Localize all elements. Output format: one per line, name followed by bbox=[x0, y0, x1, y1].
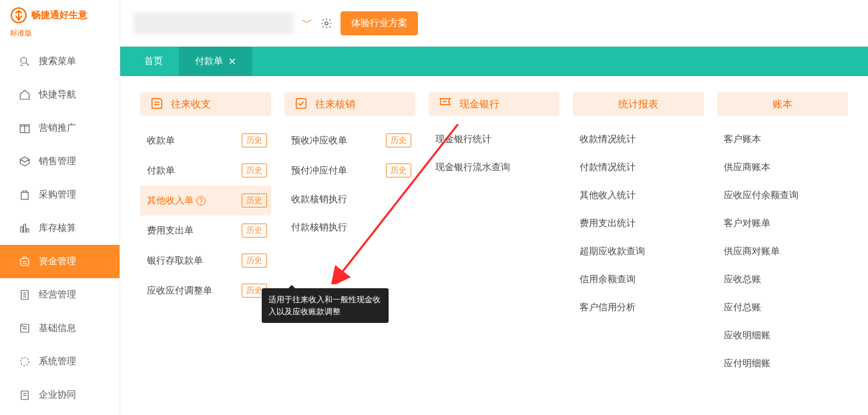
sidebar-item-label: 资金管理 bbox=[39, 256, 76, 268]
sidebar-item-label: 快捷导航 bbox=[39, 89, 76, 101]
col-item-2-1[interactable]: 现金银行流水查询 bbox=[429, 153, 560, 181]
column-icon bbox=[150, 96, 164, 113]
column-header: 账本 bbox=[717, 92, 848, 116]
close-icon[interactable]: ✕ bbox=[228, 57, 236, 66]
sidebar-item-7[interactable]: 经营管理 bbox=[0, 278, 120, 312]
sidebar-item-6[interactable]: 资金管理 bbox=[0, 245, 120, 278]
col-item-1-1[interactable]: 预付冲应付单历史 bbox=[284, 155, 415, 185]
col-item-3-6[interactable]: 客户信用分析 bbox=[573, 294, 704, 322]
sidebar-item-4[interactable]: 采购管理 bbox=[0, 178, 120, 212]
col-item-0-4[interactable]: 银行存取款单历史 bbox=[140, 246, 271, 276]
col-item-label: 其他收入统计 bbox=[580, 189, 636, 201]
col-item-1-2[interactable]: 收款核销执行 bbox=[284, 185, 415, 214]
col-item-4-8[interactable]: 应付明细账 bbox=[717, 350, 848, 378]
col-item-label: 应收应付余额查询 bbox=[724, 189, 799, 201]
col-item-3-3[interactable]: 费用支出统计 bbox=[573, 210, 704, 238]
col-item-label: 供应商对账单 bbox=[724, 246, 780, 258]
svg-rect-5 bbox=[21, 192, 29, 199]
sidebar-item-5[interactable]: 库存核算 bbox=[0, 212, 120, 245]
col-item-label: 付款单 bbox=[147, 165, 175, 177]
sidebar-item-9[interactable]: 系统管理 bbox=[0, 345, 120, 378]
history-tag[interactable]: 历史 bbox=[242, 163, 267, 177]
tab-label: 付款单 bbox=[195, 55, 223, 67]
col-item-3-2[interactable]: 其他收入统计 bbox=[573, 181, 704, 210]
col-item-4-7[interactable]: 应收明细账 bbox=[717, 322, 848, 350]
col-item-1-3[interactable]: 付款核销执行 bbox=[284, 214, 415, 242]
col-item-label: 费用支出单 bbox=[147, 225, 194, 237]
col-item-2-0[interactable]: 现金银行统计 bbox=[429, 125, 560, 153]
tab-label: 首页 bbox=[144, 55, 163, 67]
column-title: 往来核销 bbox=[315, 98, 355, 111]
col-item-label: 应付总账 bbox=[724, 302, 761, 314]
col-item-label: 费用支出统计 bbox=[580, 218, 636, 230]
col-item-4-3[interactable]: 客户对账单 bbox=[717, 210, 848, 238]
help-icon[interactable]: ? bbox=[196, 196, 206, 205]
logo-text: 畅捷通好生意 bbox=[31, 9, 87, 21]
col-item-3-5[interactable]: 信用余额查询 bbox=[573, 266, 704, 294]
column-title: 账本 bbox=[773, 98, 793, 111]
history-tag[interactable]: 历史 bbox=[242, 254, 267, 268]
column-1: 往来核销预收冲应收单历史预付冲应付单历史收款核销执行付款核销执行 bbox=[284, 92, 415, 399]
history-tag[interactable]: 历史 bbox=[242, 224, 267, 238]
history-tag[interactable]: 历史 bbox=[242, 193, 267, 208]
sidebar-icon-3 bbox=[19, 155, 31, 167]
gear-icon[interactable] bbox=[320, 17, 333, 29]
svg-point-14 bbox=[22, 326, 23, 326]
sidebar-item-label: 采购管理 bbox=[39, 189, 76, 201]
chevron-down-icon[interactable]: ﹀ bbox=[302, 16, 312, 30]
column-items: 预收冲应收单历史预付冲应付单历史收款核销执行付款核销执行 bbox=[284, 125, 415, 242]
column-items: 收款单历史付款单历史其他收入单?历史费用支出单历史银行存取款单历史应收应付调整单… bbox=[140, 125, 271, 306]
history-tag[interactable]: 历史 bbox=[386, 133, 411, 147]
col-item-0-5[interactable]: 应收应付调整单历史 bbox=[140, 276, 271, 306]
col-item-label: 银行存取款单 bbox=[147, 255, 203, 267]
sidebar-item-label: 经营管理 bbox=[39, 289, 76, 301]
col-item-0-2[interactable]: 其他收入单?历史 bbox=[140, 185, 271, 216]
sidebar-icon-8 bbox=[19, 322, 31, 334]
col-item-0-1[interactable]: 付款单历史 bbox=[140, 155, 271, 185]
col-item-label: 应付明细账 bbox=[724, 358, 771, 370]
col-item-3-4[interactable]: 超期应收款查询 bbox=[573, 238, 704, 266]
col-item-0-0[interactable]: 收款单历史 bbox=[140, 125, 271, 155]
column-header: 往来核销 bbox=[284, 92, 415, 116]
tab-0[interactable]: 首页 bbox=[128, 47, 179, 76]
main: ﹀ 体验行业方案 首页付款单✕ 适用于往来收入和一般性现金收入以及应收账款调整 … bbox=[120, 0, 868, 415]
column-header: 统计报表 bbox=[573, 92, 704, 116]
content-area: 适用于往来收入和一般性现金收入以及应收账款调整 往来收支收款单历史付款单历史其他… bbox=[120, 76, 868, 415]
tabbar: 首页付款单✕ bbox=[120, 47, 868, 76]
sidebar-icon-0 bbox=[19, 55, 31, 67]
sidebar-item-10[interactable]: 企业协同 bbox=[0, 378, 120, 412]
svg-point-1 bbox=[21, 57, 27, 63]
column-title: 统计报表 bbox=[618, 98, 658, 111]
sidebar-item-0[interactable]: 搜索菜单 bbox=[0, 45, 120, 78]
col-item-4-5[interactable]: 应收总账 bbox=[717, 266, 848, 294]
account-name-blur bbox=[134, 13, 294, 34]
experience-plan-button[interactable]: 体验行业方案 bbox=[341, 11, 418, 35]
col-item-label: 收款情况统计 bbox=[580, 133, 636, 145]
history-tag[interactable]: 历史 bbox=[386, 163, 411, 177]
column-icon bbox=[438, 96, 453, 113]
sidebar-item-3[interactable]: 销售管理 bbox=[0, 145, 120, 178]
history-tag[interactable]: 历史 bbox=[242, 133, 267, 147]
col-item-label: 信用余额查询 bbox=[580, 274, 636, 286]
col-item-3-1[interactable]: 付款情况统计 bbox=[573, 153, 704, 181]
col-item-label: 付款核销执行 bbox=[291, 222, 347, 234]
column-2: 现金银行现金银行统计现金银行流水查询 bbox=[429, 92, 560, 399]
tab-1[interactable]: 付款单✕ bbox=[179, 47, 252, 76]
col-item-4-2[interactable]: 应收应付余额查询 bbox=[717, 181, 848, 210]
col-item-label: 现金银行流水查询 bbox=[435, 161, 510, 173]
sidebar-item-2[interactable]: 营销推广 bbox=[0, 111, 120, 145]
sidebar-item-8[interactable]: 基础信息 bbox=[0, 312, 120, 345]
column-header: 往来收支 bbox=[140, 92, 271, 116]
col-item-1-0[interactable]: 预收冲应收单历史 bbox=[284, 125, 415, 155]
column-title: 现金银行 bbox=[459, 98, 499, 111]
col-item-4-4[interactable]: 供应商对账单 bbox=[717, 238, 848, 266]
sidebar-item-label: 企业协同 bbox=[39, 389, 76, 401]
sidebar-item-1[interactable]: 快捷导航 bbox=[0, 78, 120, 111]
col-item-0-3[interactable]: 费用支出单历史 bbox=[140, 216, 271, 246]
col-item-3-0[interactable]: 收款情况统计 bbox=[573, 125, 704, 153]
column-items: 收款情况统计付款情况统计其他收入统计费用支出统计超期应收款查询信用余额查询客户信… bbox=[573, 125, 704, 322]
col-item-4-1[interactable]: 供应商账本 bbox=[717, 153, 848, 181]
col-item-label: 其他收入单? bbox=[147, 195, 206, 207]
col-item-4-0[interactable]: 客户账本 bbox=[717, 125, 848, 153]
col-item-4-6[interactable]: 应付总账 bbox=[717, 294, 848, 322]
